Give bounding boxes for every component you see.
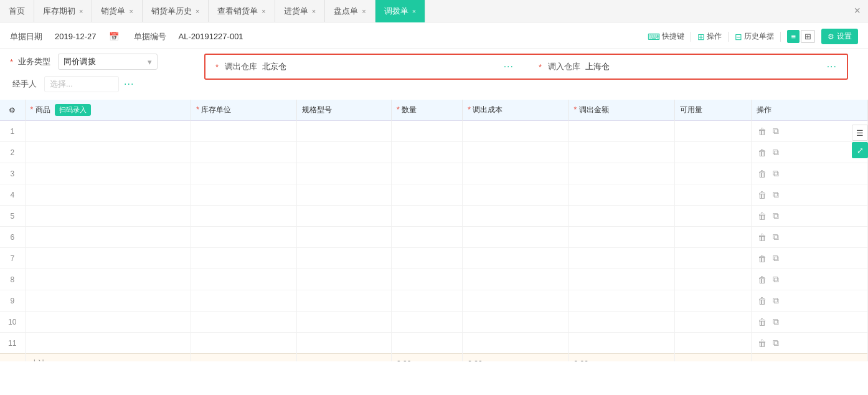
row-amount (568, 163, 674, 184)
copy-icon[interactable]: ⧉ (771, 252, 780, 265)
tab-close-inventory-init[interactable]: × (79, 7, 83, 15)
copy-icon[interactable]: ⧉ (771, 294, 780, 307)
row-available (674, 206, 752, 227)
warehouse-out-more-button[interactable]: ··· (504, 61, 514, 72)
delete-icon[interactable]: 🗑 (757, 337, 768, 350)
delete-icon[interactable]: 🗑 (757, 146, 768, 159)
operation-action[interactable]: ⊞ 操作 (697, 31, 722, 42)
tab-close-sales-order[interactable]: × (129, 7, 133, 15)
subtotal-qty: 0.00 (392, 354, 463, 362)
row-unit (191, 142, 297, 163)
copy-icon[interactable]: ⧉ (771, 167, 780, 180)
row-num: 4 (0, 184, 25, 206)
table-wrapper: ⚙ * 商品 扫码录入 * 库存单位 规格型号 * 数量 * 调出成本 (0, 100, 868, 361)
tab-sales-history[interactable]: 销货单历史 × (143, 0, 209, 22)
row-cost (463, 142, 568, 163)
row-available (674, 269, 752, 290)
tab-home[interactable]: 首页 (0, 0, 34, 22)
copy-icon[interactable]: ⧉ (771, 273, 780, 286)
row-available (674, 184, 752, 206)
row-product[interactable] (25, 333, 191, 354)
delete-icon[interactable]: 🗑 (757, 252, 768, 265)
row-cost (463, 206, 568, 227)
row-spec (297, 290, 392, 312)
person-placeholder[interactable]: 选择... (44, 76, 119, 92)
subtotal-row: 小计 0.00 0.00 0.00 (0, 354, 868, 362)
copy-icon[interactable]: ⧉ (771, 231, 780, 244)
right-float-panel: ☰ ⤢ (852, 125, 868, 158)
delete-icon[interactable]: 🗑 (757, 189, 768, 201)
subtotal-ops (752, 354, 868, 362)
subtotal-amount: 0.00 (568, 354, 674, 362)
row-amount (568, 184, 674, 206)
tab-close-transfer[interactable]: × (412, 7, 416, 15)
row-amount (568, 121, 674, 142)
delete-icon[interactable]: 🗑 (757, 168, 768, 180)
row-product[interactable] (25, 163, 191, 184)
row-unit (191, 312, 297, 333)
row-product[interactable] (25, 227, 191, 248)
scan-button[interactable]: 扫码录入 (55, 104, 91, 116)
gear-th[interactable]: ⚙ (0, 100, 25, 121)
warehouse-out-label: 调出仓库 (225, 61, 257, 72)
copy-icon[interactable]: ⧉ (771, 125, 780, 138)
tab-view-sales[interactable]: 查看销货单 × (209, 0, 275, 22)
grid-list-view-button[interactable]: ≡ (787, 30, 800, 43)
calendar-icon[interactable]: 📅 (109, 32, 119, 41)
row-product[interactable] (25, 121, 191, 142)
warehouse-in-more-button[interactable]: ··· (827, 61, 837, 72)
tab-purchase[interactable]: 进货单 × (275, 0, 325, 22)
warehouse-out-req-star: * (215, 62, 219, 72)
row-product[interactable] (25, 269, 191, 290)
warehouse-in-req-star: * (539, 62, 542, 72)
history-action[interactable]: ⊟ 历史单据 (735, 31, 774, 42)
right-list-button[interactable]: ☰ (852, 125, 868, 141)
row-product[interactable] (25, 290, 191, 312)
delete-icon[interactable]: 🗑 (757, 125, 768, 138)
tab-close-view-sales[interactable]: × (262, 7, 265, 15)
row-product[interactable] (25, 312, 191, 333)
warehouse-out-field: * 调出仓库 北京仓 ··· (215, 61, 514, 72)
warehouse-out-value: 北京仓 (262, 61, 286, 72)
shortcut-action[interactable]: ⌨ 快捷键 (648, 31, 684, 42)
row-product[interactable] (25, 184, 191, 206)
right-expand-button[interactable]: ⤢ (852, 142, 868, 158)
delete-icon[interactable]: 🗑 (757, 274, 768, 286)
copy-icon[interactable]: ⧉ (771, 146, 780, 159)
tab-inventory-init[interactable]: 库存期初 × (34, 0, 92, 22)
tab-transfer[interactable]: 调拨单 × (375, 0, 425, 22)
copy-icon[interactable]: ⧉ (771, 315, 780, 328)
subtotal-label: 小计 (25, 354, 191, 362)
transfer-table: ⚙ * 商品 扫码录入 * 库存单位 规格型号 * 数量 * 调出成本 (0, 100, 868, 361)
row-amount (568, 269, 674, 290)
row-unit (191, 227, 297, 248)
tab-sales-order[interactable]: 销货单 × (92, 0, 142, 22)
delete-icon[interactable]: 🗑 (757, 210, 768, 222)
biz-type-req-star: * (10, 57, 13, 67)
left-form-fields: * 业务类型 同价调拨 ▾ 经手人 选择... ··· (10, 54, 184, 92)
tab-close-sales-history[interactable]: × (196, 7, 199, 15)
row-ops: 🗑 ⧉ (752, 290, 868, 312)
delete-icon[interactable]: 🗑 (757, 316, 768, 328)
delete-icon[interactable]: 🗑 (757, 231, 768, 244)
copy-icon[interactable]: ⧉ (771, 188, 780, 201)
row-product[interactable] (25, 206, 191, 227)
row-spec (297, 312, 392, 333)
row-product[interactable] (25, 248, 191, 269)
table-row: 11 🗑 ⧉ (0, 333, 868, 354)
copy-icon[interactable]: ⧉ (771, 209, 780, 222)
settings-button[interactable]: ⚙ 设置 (821, 29, 858, 44)
copy-icon[interactable]: ⧉ (771, 336, 780, 350)
tab-close-purchase[interactable]: × (312, 7, 316, 15)
row-product[interactable] (25, 142, 191, 163)
row-available (674, 163, 752, 184)
tab-inventory-check[interactable]: 盘点单 × (325, 0, 375, 22)
window-close-button[interactable]: × (846, 0, 868, 22)
row-unit (191, 184, 297, 206)
grid-tile-view-button[interactable]: ⊞ (801, 30, 815, 43)
delete-icon[interactable]: 🗑 (757, 295, 768, 307)
tab-close-inventory-check[interactable]: × (362, 7, 366, 15)
person-more-button[interactable]: ··· (124, 79, 134, 90)
biz-type-select[interactable]: 同价调拨 ▾ (58, 54, 158, 70)
row-spec (297, 227, 392, 248)
